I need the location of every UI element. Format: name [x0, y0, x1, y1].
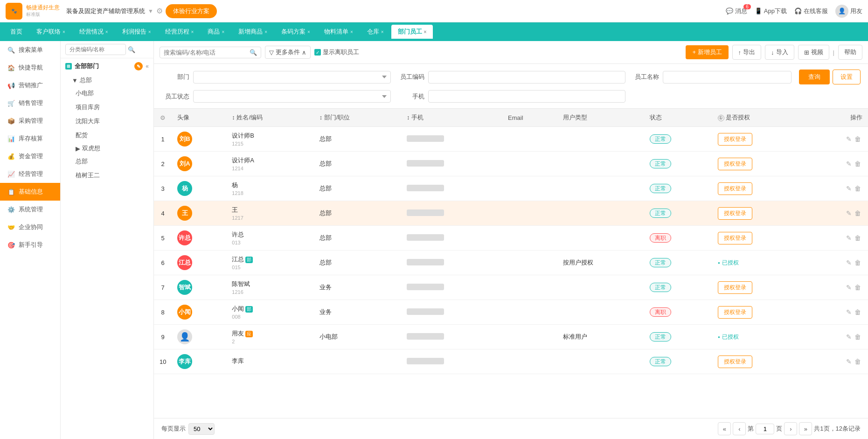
page-input[interactable]	[756, 424, 774, 434]
filter-phone-input[interactable]	[428, 90, 626, 103]
col-dept[interactable]: ↕ 部门/职位	[314, 109, 401, 127]
help-icon[interactable]: |	[833, 49, 834, 56]
delete-icon[interactable]: 🗑	[854, 284, 861, 291]
filter-status-select[interactable]	[193, 90, 391, 103]
tab-profit[interactable]: 利润报告 ×	[116, 25, 158, 39]
close-profit-icon[interactable]: ×	[148, 29, 151, 35]
more-filters-btn[interactable]: ▽ 更多条件 ∧	[265, 46, 311, 59]
sidebar-item-search[interactable]: 🔍 搜索菜单	[0, 41, 60, 59]
delete-icon[interactable]: 🗑	[854, 259, 861, 266]
add-employee-button[interactable]: + 新增员工	[686, 45, 728, 59]
sidebar-item-purchase[interactable]: 📦 采购管理	[0, 112, 60, 130]
delete-icon[interactable]: 🗑	[854, 209, 861, 217]
tab-employees[interactable]: 部门员工 ×	[391, 25, 433, 39]
sidebar-item-system[interactable]: ⚙️ 系统管理	[0, 201, 60, 218]
auth-btn[interactable]: 授权登录	[718, 281, 752, 294]
edit-icon[interactable]: ✎	[846, 308, 852, 316]
per-page-select[interactable]: 50 20 100	[188, 423, 215, 435]
tab-bom[interactable]: 物料清单 ×	[318, 25, 360, 39]
delete-icon[interactable]: 🗑	[854, 135, 861, 143]
edit-icon[interactable]: ✎	[846, 209, 852, 217]
sidebar-item-guide[interactable]: 🎯 新手引导	[0, 236, 60, 254]
last-page-btn[interactable]: »	[799, 422, 812, 435]
sidebar-item-finance[interactable]: 💰 资金管理	[0, 147, 60, 165]
message-btn[interactable]: 💬 消息 6	[726, 7, 747, 15]
tab-operations[interactable]: 经营情况 ×	[73, 25, 115, 39]
user-avatar[interactable]: 👤 用友	[835, 5, 862, 18]
dept-search-input[interactable]	[65, 44, 126, 55]
view-button[interactable]: ⊞ 视频	[798, 45, 829, 60]
edit-icon[interactable]: ✎	[846, 160, 852, 167]
col-name[interactable]: ↕ 姓名/编码	[226, 109, 313, 127]
dept-all-header[interactable]: ⊞ 全部部门 ✎ «	[61, 58, 153, 74]
edit-icon[interactable]: ✎	[846, 284, 852, 291]
dept-item-xiaodian[interactable]: 小电部	[64, 86, 153, 100]
close-goods-icon[interactable]: ×	[222, 29, 224, 35]
delete-icon[interactable]: 🗑	[854, 308, 861, 316]
dept-group-zongbu[interactable]: ▼ 总部	[64, 74, 153, 86]
sidebar-item-basic[interactable]: 📋 基础信息	[0, 183, 60, 201]
dept-item-xiangmu[interactable]: 项目库房	[64, 100, 153, 114]
tab-barcode[interactable]: 条码方案 ×	[275, 25, 317, 39]
dept-search-icon[interactable]: 🔍	[128, 46, 135, 53]
next-page-btn[interactable]: ›	[784, 422, 797, 435]
edit-icon[interactable]: ✎	[846, 185, 852, 192]
online-service-btn[interactable]: 🎧 在线客服	[794, 7, 828, 15]
tab-customers[interactable]: 客户联络 ×	[30, 25, 72, 39]
close-operations-icon[interactable]: ×	[105, 29, 108, 35]
tab-home[interactable]: 首页	[4, 25, 29, 39]
dept-group-shuanghu[interactable]: ▶ 双虎想	[64, 142, 153, 154]
tab-history[interactable]: 经营历程 ×	[159, 25, 201, 39]
close-bom-icon[interactable]: ×	[350, 29, 353, 35]
filter-dept-select[interactable]	[193, 71, 391, 84]
delete-icon[interactable]: 🗑	[854, 234, 861, 242]
search-button[interactable]: 查询	[799, 70, 830, 84]
close-employees-icon[interactable]: ×	[424, 29, 427, 35]
export-button[interactable]: ↑ 导出	[732, 45, 762, 60]
auth-btn[interactable]: 授权登录	[718, 306, 752, 319]
delete-icon[interactable]: 🗑	[854, 333, 861, 341]
gear-icon[interactable]: ⚙	[156, 7, 163, 15]
dept-item-shenyang[interactable]: 沈阳大库	[64, 114, 153, 128]
search-submit-icon[interactable]: 🔍	[250, 49, 257, 56]
import-button[interactable]: ↓ 导入	[765, 45, 794, 60]
auth-btn[interactable]: 授权登录	[718, 355, 752, 368]
sidebar-item-collab[interactable]: 🤝 企业协同	[0, 218, 60, 236]
sidebar-item-operations[interactable]: 📈 经营管理	[0, 165, 60, 183]
sidebar-item-sales[interactable]: 🛒 销售管理	[0, 94, 60, 112]
dept-item-zhishu[interactable]: 植树王二	[64, 168, 153, 182]
sidebar-item-quicknav[interactable]: 🏠 快捷导航	[0, 59, 60, 77]
dept-item-zongbu2[interactable]: 总部	[64, 154, 153, 168]
filter-empcode-input[interactable]	[428, 71, 626, 84]
auth-btn[interactable]: 授权登录	[718, 207, 752, 220]
prev-page-btn[interactable]: ‹	[733, 422, 746, 435]
dept-collapse-icon[interactable]: «	[146, 63, 149, 70]
col-phone[interactable]: ↕ 手机	[401, 109, 502, 127]
edit-icon[interactable]: ✎	[846, 135, 852, 143]
edit-icon[interactable]: ✎	[846, 234, 852, 242]
edit-icon[interactable]: ✎	[846, 358, 852, 365]
edit-icon[interactable]: ✎	[846, 333, 852, 341]
app-download-btn[interactable]: 📱 App下载	[755, 7, 787, 15]
trial-button[interactable]: 体验行业方案	[166, 4, 217, 18]
close-history-icon[interactable]: ×	[191, 29, 194, 35]
filter-empname-input[interactable]	[663, 71, 792, 84]
dept-item-peihuo[interactable]: 配货	[64, 128, 153, 142]
sidebar-item-marketing[interactable]: 📢 营销推广	[0, 77, 60, 94]
auth-btn[interactable]: 授权登录	[718, 232, 752, 244]
auth-btn[interactable]: 授权登录	[718, 158, 752, 170]
search-input[interactable]	[164, 49, 248, 56]
auth-btn[interactable]: 授权登录	[718, 182, 752, 195]
close-addgoods-icon[interactable]: ×	[264, 29, 267, 35]
tab-add-goods[interactable]: 新增商品 ×	[232, 25, 274, 39]
tab-goods[interactable]: 商品 ×	[201, 25, 231, 39]
dept-edit-icon[interactable]: ✎	[134, 62, 143, 70]
show-resigned-toggle[interactable]: ✓ 显示离职员工	[314, 48, 359, 56]
close-warehouse-icon[interactable]: ×	[381, 29, 384, 35]
delete-icon[interactable]: 🗑	[854, 160, 861, 167]
first-page-btn[interactable]: «	[718, 422, 731, 435]
edit-icon[interactable]: ✎	[846, 259, 852, 266]
col-gear[interactable]: ⚙	[154, 109, 172, 127]
close-barcode-icon[interactable]: ×	[307, 29, 310, 35]
auth-btn[interactable]: 授权登录	[718, 133, 752, 146]
